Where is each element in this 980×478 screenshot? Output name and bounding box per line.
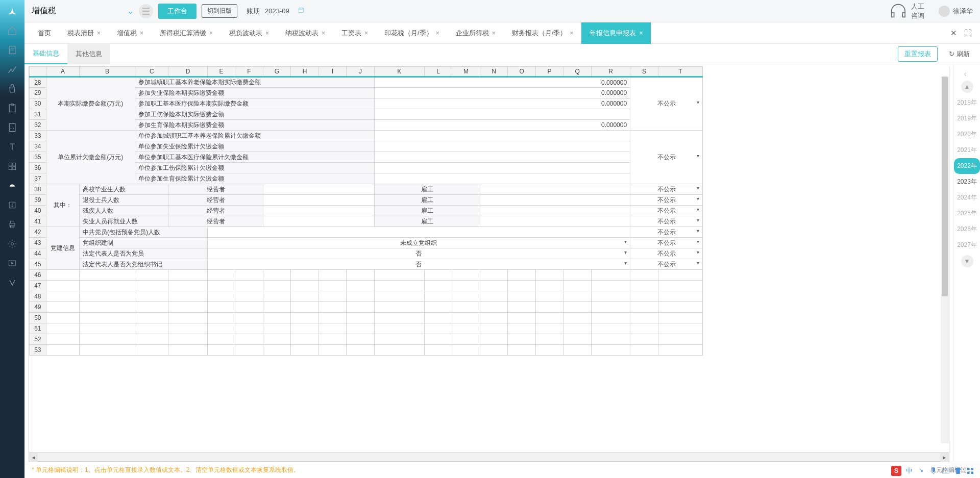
tab-企业所得税[interactable]: 企业所得税×	[448, 22, 504, 44]
calendar-icon[interactable]	[298, 7, 305, 16]
cell[interactable]	[658, 323, 702, 334]
nav-grid-icon[interactable]	[7, 161, 17, 171]
cell[interactable]	[235, 291, 263, 302]
cell[interactable]	[235, 270, 263, 281]
row-header[interactable]: 52	[30, 334, 46, 345]
cell[interactable]	[168, 281, 207, 291]
cell[interactable]	[207, 270, 235, 281]
cell[interactable]	[658, 270, 702, 281]
year-2020年[interactable]: 2020年	[954, 127, 980, 142]
cell[interactable]	[452, 313, 480, 323]
cell[interactable]	[591, 323, 630, 334]
cell[interactable]: 否	[207, 259, 630, 270]
cell[interactable]	[658, 281, 702, 291]
cell[interactable]	[535, 345, 564, 356]
cell[interactable]	[347, 313, 375, 323]
cell[interactable]	[235, 281, 263, 291]
cell[interactable]	[630, 345, 658, 356]
cell[interactable]	[535, 323, 564, 334]
row-header[interactable]: 34	[30, 141, 46, 152]
cell[interactable]	[263, 216, 374, 227]
horizontal-scrollbar[interactable]: ◄ ►	[29, 453, 949, 462]
ime-mic-icon[interactable]	[929, 466, 938, 475]
cell[interactable]	[508, 345, 536, 356]
cell[interactable]	[630, 291, 658, 302]
ime-s-icon[interactable]: S	[891, 466, 901, 476]
subtab-other[interactable]: 其他信息	[67, 44, 110, 64]
cell[interactable]	[564, 281, 592, 291]
row-header[interactable]: 45	[30, 259, 46, 270]
cell[interactable]	[207, 302, 235, 313]
cell[interactable]	[263, 302, 291, 313]
cell[interactable]	[318, 302, 347, 313]
cell[interactable]	[80, 345, 135, 356]
cell[interactable]	[263, 270, 291, 281]
cell[interactable]	[263, 195, 374, 206]
close-icon[interactable]: ×	[492, 30, 496, 37]
cell[interactable]	[630, 302, 658, 313]
cell[interactable]	[424, 291, 452, 302]
cell[interactable]	[135, 334, 168, 345]
year-2026年[interactable]: 2026年	[954, 221, 980, 237]
cell[interactable]	[658, 291, 702, 302]
cell[interactable]	[374, 323, 424, 334]
year-2027年[interactable]: 2027年	[954, 237, 980, 253]
cell[interactable]	[508, 323, 536, 334]
cell[interactable]	[135, 345, 168, 356]
row-header[interactable]: 42	[30, 227, 46, 238]
cell[interactable]	[630, 270, 658, 281]
cell[interactable]	[452, 334, 480, 345]
nav-home-icon[interactable]	[7, 26, 17, 36]
cell[interactable]	[291, 291, 319, 302]
cell[interactable]	[508, 313, 536, 323]
cell[interactable]	[480, 313, 508, 323]
cell[interactable]	[207, 323, 235, 334]
cell[interactable]: 未成立党组织	[207, 238, 630, 248]
cell[interactable]	[80, 270, 135, 281]
year-down-button[interactable]: ▼	[961, 255, 973, 267]
year-2019年[interactable]: 2019年	[954, 111, 980, 127]
cell[interactable]	[207, 291, 235, 302]
year-up-button[interactable]: ▲	[961, 81, 973, 93]
cell[interactable]	[508, 291, 536, 302]
switch-old-button[interactable]: 切到旧版	[202, 4, 237, 18]
cell[interactable]	[591, 291, 630, 302]
cell[interactable]	[207, 313, 235, 323]
cell[interactable]	[564, 334, 592, 345]
cell[interactable]	[263, 313, 291, 323]
cell[interactable]	[630, 281, 658, 291]
cell[interactable]	[480, 216, 630, 227]
cell[interactable]	[374, 313, 424, 323]
row-header[interactable]: 53	[30, 345, 46, 356]
row-header[interactable]: 49	[30, 302, 46, 313]
year-2018年[interactable]: 2018年	[954, 95, 980, 111]
cell[interactable]	[135, 313, 168, 323]
row-header[interactable]: 39	[30, 195, 46, 206]
cell[interactable]: 0.000000	[374, 120, 630, 131]
cell[interactable]	[168, 302, 207, 313]
cell[interactable]	[263, 334, 291, 345]
cell[interactable]	[591, 270, 630, 281]
support-link[interactable]: 人工咨询	[888, 1, 925, 21]
cell[interactable]	[452, 345, 480, 356]
cell[interactable]	[347, 345, 375, 356]
row-header[interactable]: 31	[30, 109, 46, 120]
row-header[interactable]: 46	[30, 270, 46, 281]
cell[interactable]	[291, 313, 319, 323]
tab-年报信息申报表[interactable]: 年报信息申报表×	[581, 22, 651, 44]
cell[interactable]	[480, 281, 508, 291]
cell[interactable]: 不公示	[630, 184, 703, 195]
row-header[interactable]: 37	[30, 173, 46, 184]
cell[interactable]	[46, 291, 79, 302]
cell[interactable]	[591, 313, 630, 323]
cell[interactable]	[658, 334, 702, 345]
cell[interactable]	[658, 313, 702, 323]
cell[interactable]	[374, 141, 630, 152]
cell[interactable]	[291, 323, 319, 334]
cell[interactable]	[374, 302, 424, 313]
cell[interactable]	[80, 291, 135, 302]
cell[interactable]	[168, 270, 207, 281]
cell[interactable]	[508, 281, 536, 291]
cell[interactable]	[564, 313, 592, 323]
nav-settings-icon[interactable]	[7, 239, 17, 249]
